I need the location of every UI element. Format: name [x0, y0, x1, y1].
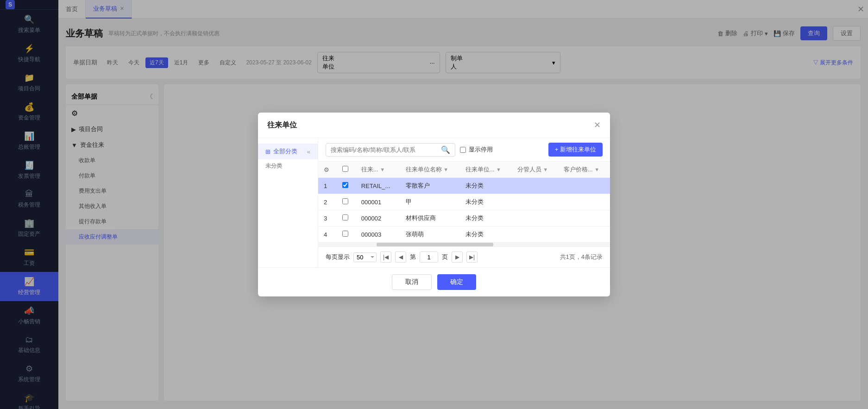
- category-filter-icon[interactable]: ▼: [496, 167, 501, 172]
- row-price-4: [558, 227, 610, 243]
- cancel-button[interactable]: 取消: [392, 274, 432, 290]
- table-row[interactable]: 4 000003 张萌萌 未分类: [318, 227, 610, 243]
- modal-table-wrap: ⚙ 往来... ▼ 往来单位名称 ▼ 往来单位... ▼ 分管人员 ▼ 客户价格…: [318, 162, 610, 243]
- scrollbar-thumb: [377, 243, 493, 246]
- name-filter-icon[interactable]: ▼: [443, 167, 448, 172]
- row-num-3: 3: [318, 210, 337, 227]
- page-number-input[interactable]: [420, 252, 438, 263]
- per-page-select[interactable]: 50 100: [353, 252, 377, 262]
- total-info: 共1页，4条记录: [560, 253, 603, 261]
- th-checkbox: [337, 162, 356, 178]
- prev-page-btn[interactable]: ◀: [395, 252, 406, 263]
- table-row[interactable]: 2 000001 甲 未分类: [318, 194, 610, 210]
- partner-table: ⚙ 往来... ▼ 往来单位名称 ▼ 往来单位... ▼ 分管人员 ▼ 客户价格…: [318, 162, 610, 243]
- row-checkbox-3[interactable]: [337, 210, 356, 227]
- modal-toolbar: 🔍 显示停用 + 新增往来单位: [318, 138, 610, 162]
- row-category-2: 未分类: [460, 194, 512, 210]
- modal-body: ⊞ 全部分类 « 未分类 🔍 显示停用: [258, 138, 610, 267]
- modal-title: 往来单位: [267, 120, 297, 130]
- modal-content-area: 🔍 显示停用 + 新增往来单位 ⚙: [318, 138, 610, 267]
- show-disabled-checkbox-label[interactable]: 显示停用: [460, 145, 493, 154]
- row-name-2: 甲: [400, 194, 460, 210]
- horizontal-scrollbar[interactable]: [318, 243, 610, 246]
- partner-modal: 往来单位 ✕ ⊞ 全部分类 « 未分类 🔍: [258, 113, 610, 296]
- page-unit-label: 页: [442, 253, 448, 261]
- row-code-3: 000002: [356, 210, 400, 227]
- row-code-4: 000003: [356, 227, 400, 243]
- add-partner-button[interactable]: + 新增往来单位: [548, 143, 603, 157]
- row-manager-2: [512, 194, 558, 210]
- row-category-1: 未分类: [460, 178, 512, 194]
- row-category-3: 未分类: [460, 210, 512, 227]
- modal-header: 往来单位 ✕: [258, 113, 610, 138]
- unclassified-label: 未分类: [258, 159, 318, 173]
- row-num-1: 1: [318, 178, 337, 194]
- next-page-btn[interactable]: ▶: [452, 252, 463, 263]
- table-row[interactable]: 3 000002 材料供应商 未分类: [318, 210, 610, 227]
- modal-overlay[interactable]: 往来单位 ✕ ⊞ 全部分类 « 未分类 🔍: [0, 0, 868, 409]
- th-manager: 分管人员 ▼: [512, 162, 558, 178]
- row-checkbox-4[interactable]: [337, 227, 356, 243]
- sidebar-collapse-icon[interactable]: «: [307, 148, 310, 155]
- select-all-checkbox[interactable]: [342, 166, 348, 172]
- row-name-3: 材料供应商: [400, 210, 460, 227]
- row-name-1: 零散客户: [400, 178, 460, 194]
- th-name: 往来单位名称 ▼: [400, 162, 460, 178]
- partner-search-input[interactable]: [331, 146, 438, 153]
- th-price: 客户价格... ▼: [558, 162, 610, 178]
- row-checkbox-2[interactable]: [337, 194, 356, 210]
- confirm-button[interactable]: 确定: [437, 274, 476, 290]
- modal-footer: 取消 确定: [258, 267, 610, 296]
- modal-close-button[interactable]: ✕: [594, 120, 601, 130]
- show-disabled-checkbox[interactable]: [460, 147, 466, 153]
- modal-sidebar: ⊞ 全部分类 « 未分类: [258, 138, 318, 267]
- row-name-4: 张萌萌: [400, 227, 460, 243]
- manager-filter-icon[interactable]: ▼: [543, 167, 548, 172]
- row-code-1: RETAIL_...: [356, 178, 400, 194]
- row-manager-1: [512, 178, 558, 194]
- row-num-4: 4: [318, 227, 337, 243]
- table-row[interactable]: 1 RETAIL_... 零散客户 未分类: [318, 178, 610, 194]
- row-num-2: 2: [318, 194, 337, 210]
- th-settings: ⚙: [318, 162, 337, 178]
- row-category-4: 未分类: [460, 227, 512, 243]
- modal-pagination: 每页显示 50 100 |◀ ◀ 第 页 ▶ ▶| 共1页，4条记录: [318, 246, 610, 267]
- price-filter-icon[interactable]: ▼: [594, 167, 599, 172]
- table-header-row: ⚙ 往来... ▼ 往来单位名称 ▼ 往来单位... ▼ 分管人员 ▼ 客户价格…: [318, 162, 610, 178]
- th-code: 往来... ▼: [356, 162, 400, 178]
- per-page-label: 每页显示: [326, 253, 350, 261]
- grid-icon: ⊞: [265, 148, 270, 155]
- search-icon: 🔍: [441, 145, 450, 154]
- code-filter-icon[interactable]: ▼: [380, 167, 385, 172]
- row-manager-4: [512, 227, 558, 243]
- row-code-2: 000001: [356, 194, 400, 210]
- partner-search-box[interactable]: 🔍: [326, 143, 455, 157]
- last-page-btn[interactable]: ▶|: [466, 252, 478, 263]
- page-word: 第: [410, 253, 416, 261]
- th-category: 往来单位... ▼: [460, 162, 512, 178]
- row-manager-3: [512, 210, 558, 227]
- row-price-2: [558, 194, 610, 210]
- first-page-btn[interactable]: |◀: [380, 252, 391, 263]
- row-price-3: [558, 210, 610, 227]
- row-price-1: [558, 178, 610, 194]
- modal-sidebar-all[interactable]: ⊞ 全部分类 «: [258, 144, 318, 159]
- row-checkbox-1[interactable]: [337, 178, 356, 194]
